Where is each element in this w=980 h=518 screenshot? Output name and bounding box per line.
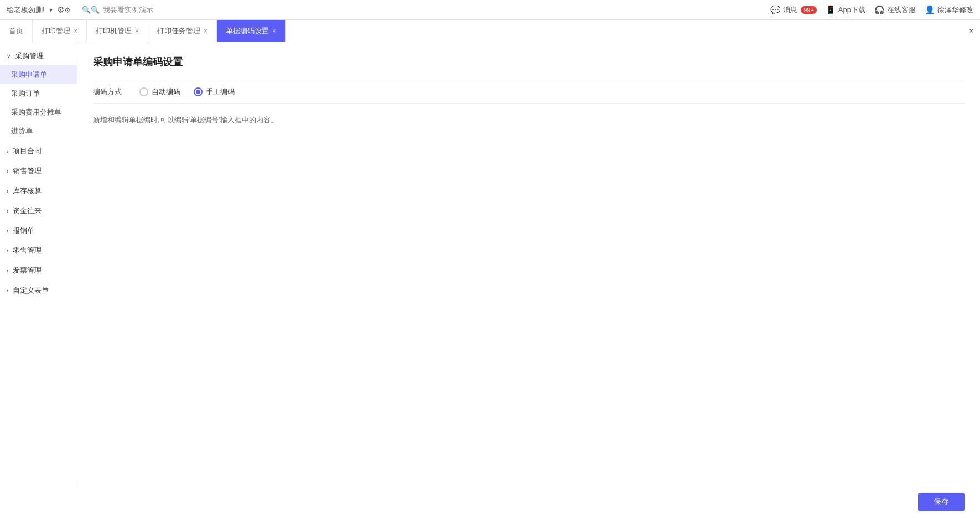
tab-encode-setting-close[interactable]: × [272, 27, 276, 35]
chevron-right-icon: › [7, 228, 8, 234]
app-label: App下载 [838, 5, 865, 15]
tab-printer-manage-close[interactable]: × [135, 27, 139, 35]
user-name: 徐泽华修改 [937, 5, 973, 15]
desc-text: 新增和编辑单据编时,可以编辑'单据编号'输入框中的内容。 [93, 115, 965, 125]
msg-icon [770, 5, 781, 15]
sidebar-item-purchase-request[interactable]: 采购申请单 [0, 65, 77, 84]
chevron-right-icon: › [7, 208, 8, 214]
user-icon [925, 5, 935, 15]
sidebar-group-purchase-title[interactable]: ∨ 采购管理 [0, 46, 77, 65]
sidebar-group-finance-label: 资金往来 [13, 206, 42, 216]
sidebar-group-expense-claim-title[interactable]: › 报销单 [0, 221, 77, 240]
radio-manual-circle[interactable] [194, 87, 203, 96]
search-icon: 🔍 [82, 6, 100, 14]
sidebar-item-purchase-order-label: 采购订单 [11, 89, 40, 99]
radio-auto-circle[interactable] [139, 87, 148, 96]
settings-icon[interactable]: ⚙ [57, 5, 71, 15]
radio-auto-label[interactable]: 自动编码 [139, 87, 180, 97]
sidebar-item-purchase-goods[interactable]: 进货单 [0, 122, 77, 141]
content-inner: 采购申请单编码设置 编码方式 自动编码 手工编码 新增和编辑单据编时,可以编辑'… [77, 42, 980, 485]
sidebar-item-purchase-goods-label: 进货单 [11, 126, 33, 136]
tab-bar-close[interactable]: × [962, 20, 980, 42]
app-download-button[interactable]: App下载 [826, 5, 865, 15]
encode-row: 编码方式 自动编码 手工编码 [93, 80, 965, 104]
chevron-right-icon: › [7, 168, 8, 174]
chevron-right-icon: › [7, 248, 8, 254]
app-icon [826, 5, 836, 15]
top-bar-left: 给老板勿删! ⚙ 🔍 我要看实例演示 [7, 5, 153, 15]
save-button[interactable]: 保存 [918, 493, 965, 511]
chevron-down-icon: ∨ [7, 53, 11, 59]
sidebar-group-custom-form: › 自定义表单 [0, 281, 77, 300]
sidebar-group-retail-title[interactable]: › 零售管理 [0, 241, 77, 260]
tab-encode-setting-label: 单据编码设置 [226, 26, 269, 36]
chevron-right-icon: › [7, 148, 8, 154]
sidebar-group-expense-claim: › 报销单 [0, 221, 77, 240]
sidebar-group-custom-form-label: 自定义表单 [13, 286, 49, 296]
encode-label: 编码方式 [93, 87, 122, 97]
sidebar-group-sales-label: 销售管理 [13, 166, 42, 176]
radio-auto-text: 自动编码 [152, 87, 180, 97]
chevron-right-icon: › [7, 268, 8, 274]
sidebar-group-sales-title[interactable]: › 销售管理 [0, 162, 77, 180]
tab-print-manage-label: 打印管理 [42, 26, 70, 36]
sidebar-item-purchase-order[interactable]: 采购订单 [0, 84, 77, 103]
top-bar-right: 消息 99+ App下载 在线客服 徐泽华修改 [770, 5, 973, 15]
tab-print-task[interactable]: 打印任务管理 × [148, 20, 217, 42]
sidebar-group-retail-label: 零售管理 [13, 246, 42, 256]
sidebar-item-purchase-expense-label: 采购费用分摊单 [11, 107, 61, 117]
sidebar-group-sales: › 销售管理 [0, 162, 77, 180]
search-placeholder: 我要看实例演示 [103, 5, 153, 15]
sidebar-group-inventory-label: 库存核算 [13, 186, 42, 196]
radio-manual-text: 手工编码 [206, 87, 235, 97]
tab-home[interactable]: 首页 [0, 20, 33, 42]
sidebar-group-purchase: ∨ 采购管理 采购申请单 采购订单 采购费用分摊单 进货单 [0, 46, 77, 141]
tab-print-manage-close[interactable]: × [74, 27, 77, 35]
msg-badge: 99+ [801, 6, 817, 14]
sidebar-group-retail: › 零售管理 [0, 241, 77, 260]
tab-printer-manage[interactable]: 打印机管理 × [87, 20, 148, 42]
sidebar-group-invoice-label: 发票管理 [13, 266, 42, 276]
radio-group: 自动编码 手工编码 [139, 87, 235, 97]
sidebar-group-inventory-title[interactable]: › 库存核算 [0, 182, 77, 200]
sidebar: ∨ 采购管理 采购申请单 采购订单 采购费用分摊单 进货单 › 项目合同 [0, 42, 77, 518]
service-icon [874, 5, 885, 15]
sidebar-group-expense-claim-label: 报销单 [13, 226, 34, 236]
tab-bar: 首页 打印管理 × 打印机管理 × 打印任务管理 × 单据编码设置 × × [0, 20, 980, 42]
tab-home-label: 首页 [9, 26, 23, 36]
sidebar-group-invoice: › 发票管理 [0, 261, 77, 280]
tab-print-manage[interactable]: 打印管理 × [33, 20, 87, 42]
search-area[interactable]: 🔍 我要看实例演示 [82, 5, 153, 15]
sidebar-group-project-title[interactable]: › 项目合同 [0, 142, 77, 160]
user-profile[interactable]: 徐泽华修改 [925, 5, 973, 15]
sidebar-group-invoice-title[interactable]: › 发票管理 [0, 261, 77, 280]
service-label: 在线客服 [887, 5, 916, 15]
tab-print-task-close[interactable]: × [204, 27, 208, 35]
chevron-right-icon: › [7, 188, 8, 194]
sidebar-group-finance: › 资金往来 [0, 201, 77, 220]
brand-label: 给老板勿删! [7, 5, 45, 15]
chevron-right-icon: › [7, 288, 8, 294]
sidebar-item-purchase-expense[interactable]: 采购费用分摊单 [0, 103, 77, 122]
msg-label: 消息 [783, 5, 797, 15]
footer-bar: 保存 [77, 485, 980, 518]
radio-manual-label[interactable]: 手工编码 [194, 87, 235, 97]
sidebar-group-custom-form-title[interactable]: › 自定义表单 [0, 281, 77, 300]
brand-dropdown-icon[interactable] [49, 6, 53, 14]
content-area: 采购申请单编码设置 编码方式 自动编码 手工编码 新增和编辑单据编时,可以编辑'… [77, 42, 980, 518]
sidebar-group-inventory: › 库存核算 [0, 182, 77, 200]
tab-print-task-label: 打印任务管理 [157, 26, 200, 36]
top-bar: 给老板勿删! ⚙ 🔍 我要看实例演示 消息 99+ App下载 在线客服 徐泽华… [0, 0, 980, 20]
main-layout: ∨ 采购管理 采购申请单 采购订单 采购费用分摊单 进货单 › 项目合同 [0, 42, 980, 518]
tab-printer-manage-label: 打印机管理 [96, 26, 132, 36]
service-button[interactable]: 在线客服 [874, 5, 916, 15]
sidebar-item-purchase-request-label: 采购申请单 [11, 70, 47, 80]
page-title: 采购申请单编码设置 [93, 55, 965, 69]
sidebar-group-project-label: 项目合同 [13, 146, 42, 156]
sidebar-group-finance-title[interactable]: › 资金往来 [0, 201, 77, 220]
sidebar-group-purchase-label: 采购管理 [15, 51, 44, 61]
msg-button[interactable]: 消息 99+ [770, 5, 817, 15]
sidebar-group-project: › 项目合同 [0, 142, 77, 160]
tab-encode-setting[interactable]: 单据编码设置 × [217, 20, 286, 42]
